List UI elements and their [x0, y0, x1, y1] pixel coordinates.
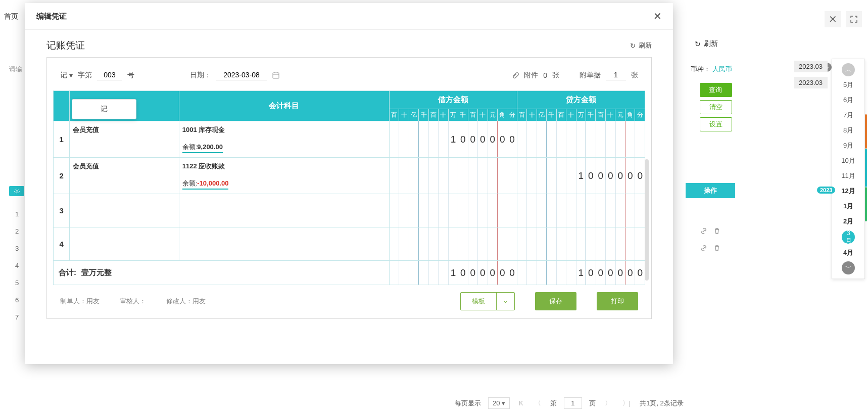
row-account[interactable] [179, 194, 389, 227]
row-debit[interactable] [389, 194, 517, 227]
calendar-icon[interactable] [272, 71, 280, 79]
unit-header: 分 [507, 109, 517, 121]
template-label: 模板 [461, 293, 496, 310]
unit-header: 百 [389, 109, 399, 121]
maker-label: 制单人： [60, 297, 86, 305]
settings-button[interactable]: 设置 [700, 117, 732, 131]
home-tab[interactable]: 首页 [4, 12, 18, 21]
hao-label: 号 [127, 71, 134, 80]
month-3-current[interactable]: 3月 [842, 230, 855, 244]
unit-header: 百 [468, 109, 477, 121]
row-credit[interactable] [517, 121, 645, 158]
month-9[interactable]: 9月 [832, 138, 864, 153]
voucher-refresh-button[interactable]: ↻ 刷新 [630, 41, 652, 50]
month-8[interactable]: 8月 [832, 123, 864, 138]
template-button[interactable]: 模板 ⌄ [460, 292, 515, 310]
month-4[interactable]: 4月 [832, 245, 864, 260]
modal-close-button[interactable]: ✕ [653, 10, 662, 22]
row-summary[interactable] [70, 227, 179, 261]
month-1[interactable]: 1月 [832, 199, 864, 214]
clear-button[interactable]: 清空 [700, 100, 732, 114]
month-6[interactable]: 6月 [832, 93, 864, 108]
row-credit[interactable] [517, 227, 645, 261]
edit-voucher-modal: 编辑凭证 ✕ 记账凭证 ↻ 刷新 记 ▾ 字第 号 日期： [25, 3, 673, 364]
month-7[interactable]: 7月 [832, 108, 864, 123]
unit-header: 十 [439, 109, 448, 121]
row-index: 4 [54, 227, 70, 261]
prev-page-icon[interactable]: 〈 [533, 399, 543, 408]
voucher-date-input[interactable] [216, 70, 267, 80]
delete-icon[interactable] [713, 245, 720, 252]
slip-label: 附单据 [580, 71, 601, 80]
first-page-icon[interactable]: K [517, 399, 525, 407]
unit-header: 百 [517, 109, 526, 121]
month-10[interactable]: 10月 [832, 153, 864, 168]
close-tab-button[interactable]: ✕ [825, 11, 841, 27]
row-ops [686, 240, 735, 257]
query-button[interactable]: 查询 [700, 83, 732, 97]
unit-header: 千 [586, 109, 596, 121]
fullscreen-button[interactable] [846, 11, 862, 27]
bg-row-numbers: 1234567 [15, 205, 19, 326]
row-credit[interactable] [517, 194, 645, 227]
chevron-down-icon[interactable]: ⌄ [496, 293, 514, 310]
month-11[interactable]: 11月 [832, 168, 864, 183]
last-page-icon[interactable]: 〉| [620, 399, 633, 408]
search-input-placeholder[interactable]: 请输 [9, 65, 22, 74]
col-debit: 借方金额 [389, 91, 517, 109]
row-debit[interactable] [389, 227, 517, 261]
attachment-icon[interactable] [512, 72, 519, 79]
caret-down-icon: ▾ [69, 71, 73, 79]
unit-header: 亿 [409, 109, 418, 121]
col-credit: 贷方金额 [517, 91, 645, 109]
bg-refresh-button[interactable]: ↻ 刷新 [695, 39, 718, 49]
save-button[interactable]: 保存 [535, 292, 576, 310]
year-tab-2[interactable]: 2023.03 [794, 77, 828, 88]
slip-count-input[interactable] [606, 70, 626, 80]
voucher-type-dropdown[interactable]: 记 ▾ [60, 71, 73, 80]
next-page-icon[interactable]: 〉 [603, 399, 613, 408]
row-summary[interactable] [70, 194, 179, 227]
row-debit[interactable]: 1000000 [389, 121, 517, 158]
row-account[interactable] [179, 227, 389, 261]
scroll-up-icon[interactable]: ︿ [842, 63, 855, 76]
link-icon[interactable] [700, 245, 707, 252]
row-account[interactable]: 1001 库存现金余额:9,200.00 [179, 121, 389, 158]
attach-count: 0 [543, 71, 547, 79]
voucher-type-option[interactable]: 记 [72, 100, 136, 119]
print-button[interactable]: 打印 [597, 292, 638, 310]
scroll-down-icon[interactable]: ﹀ [842, 261, 855, 274]
modifier-value: 用友 [192, 297, 206, 305]
voucher-box: 记 ▾ 字第 号 日期： 附件 0 张 附单 [46, 57, 652, 319]
row-debit[interactable] [389, 158, 517, 194]
link-icon[interactable] [700, 227, 707, 235]
ops-column-header: 操作 [686, 183, 735, 198]
unit-header: 十 [399, 109, 409, 121]
currency-value: 人民币 [712, 65, 732, 73]
month-5[interactable]: 5月 [832, 77, 864, 93]
per-page-select[interactable]: 20 ▾ [488, 397, 510, 409]
delete-icon[interactable] [713, 227, 720, 235]
table-settings-icon[interactable] [9, 186, 24, 196]
total-words: 壹万元整 [81, 268, 112, 276]
row-summary[interactable]: 会员充值 [70, 158, 179, 194]
unit-header: 元 [488, 109, 497, 121]
row-account[interactable]: 1122 应收账款余额:-10,000.00 [179, 158, 389, 194]
auditor-label: 审核人： [120, 297, 146, 305]
row-credit[interactable]: 1000000 [517, 158, 645, 194]
unit-header: 千 [458, 109, 468, 121]
scrollbar-thumb[interactable] [645, 159, 649, 281]
voucher-seq-input[interactable] [97, 70, 122, 80]
month-12[interactable]: 2023 12月 [832, 183, 864, 199]
row-summary[interactable]: 会员充值 [70, 121, 179, 158]
page-input[interactable]: 1 [564, 397, 582, 409]
unit-header: 角 [497, 109, 507, 121]
unit-header: 角 [625, 109, 635, 121]
year-tab-1[interactable]: 2023.03 [794, 61, 828, 72]
voucher-type-popup: 记 [72, 99, 136, 119]
attach-label: 附件 [524, 71, 538, 80]
year-badge: 2023 [817, 187, 835, 194]
total-debit: 1000000 [389, 261, 517, 285]
currency-selector[interactable]: 币种：人民币 [691, 65, 732, 74]
month-2[interactable]: 2月 [832, 214, 864, 229]
